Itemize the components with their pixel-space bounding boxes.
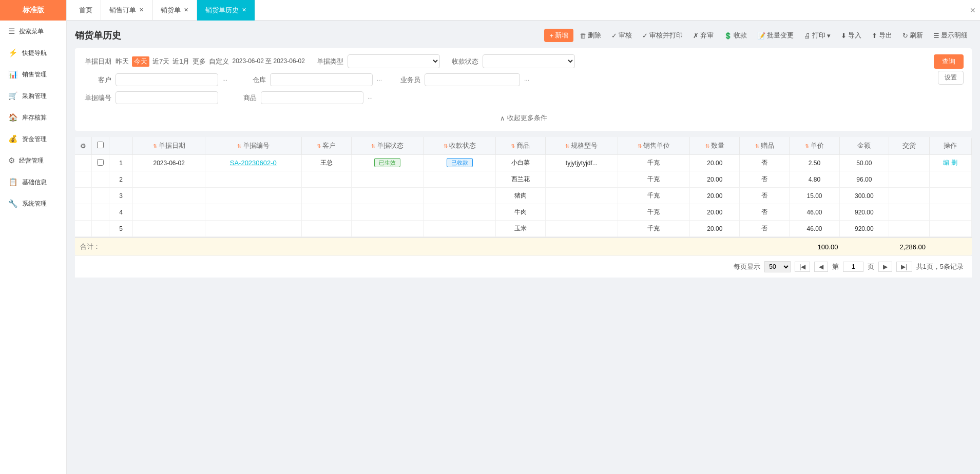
date-1month[interactable]: 近1月 — [172, 57, 189, 66]
sort-doc-no-icon[interactable]: ⇅ — [237, 143, 241, 149]
cell-row-num: 5 — [109, 221, 133, 237]
sort-doc-date-icon[interactable]: ⇅ — [153, 143, 157, 149]
cell-spec — [546, 188, 618, 204]
page-input[interactable] — [843, 262, 863, 272]
status-badge-active: 已生效 — [374, 158, 400, 167]
row-checkbox[interactable] — [97, 159, 104, 166]
table-body: 1 2023-06-02 SA-20230602-0 王总 已生效 已收款 小白… — [75, 155, 972, 237]
print-button[interactable]: 🖨 打印 ▾ — [800, 29, 835, 42]
sort-doc-status-icon[interactable]: ⇅ — [371, 143, 375, 149]
per-page-select[interactable]: 50 100 — [764, 261, 791, 272]
doc-no-link[interactable]: SA-20230602-0 — [230, 159, 277, 167]
sort-unit-icon[interactable]: ⇅ — [638, 143, 642, 149]
table-row: 2 西兰花 千克 20.00 否 4.80 96.00 — [75, 171, 972, 188]
sort-price-icon[interactable]: ⇅ — [805, 143, 809, 149]
export-button[interactable]: ⬆ 导出 — [868, 29, 896, 42]
tab-home[interactable]: 首页 — [71, 0, 101, 21]
audit-print-button[interactable]: ✓ 审核并打印 — [638, 29, 687, 42]
cell-checkbox — [92, 155, 109, 171]
cell-unit-price: 46.00 — [790, 221, 839, 237]
collapse-row: ∧ 收起更多条件 — [83, 111, 964, 125]
page-prev-btn[interactable]: ◀ — [814, 262, 828, 272]
query-button[interactable]: 查询 — [934, 54, 964, 69]
date-yesterday[interactable]: 昨天 — [116, 57, 129, 66]
tab-sales-order-close[interactable]: ✕ — [139, 7, 144, 13]
product-dots-icon[interactable]: ··· — [368, 94, 373, 102]
customer-dots-icon[interactable]: ··· — [222, 76, 227, 84]
toolbar: + 新增 🗑 删除 ✓ 审核 ✓ 审核并打印 ✗ 弃审 — [544, 29, 972, 42]
select-all-checkbox[interactable] — [97, 142, 104, 148]
date-7days[interactable]: 近7天 — [152, 57, 169, 66]
refresh-button[interactable]: ↻ 刷新 — [898, 29, 927, 42]
batch-change-button[interactable]: 📝 批量变更 — [753, 29, 798, 42]
tab-sales-history[interactable]: 销货单历史 ✕ — [197, 0, 255, 21]
filter-customer-input[interactable] — [116, 73, 218, 86]
filter-doc-no-input[interactable] — [116, 91, 218, 104]
audit-button[interactable]: ✓ 审核 — [607, 29, 636, 42]
th-gift: ⇅赠品 — [740, 137, 790, 155]
tab-sales-history-close[interactable]: ✕ — [242, 7, 246, 13]
sidebar-item-purchase-mgmt[interactable]: 🛒 采购管理 — [0, 85, 66, 107]
sidebar-item-search-menu[interactable]: ☰ 搜索菜单 — [0, 21, 66, 42]
date-range-value: 2023-06-02 至 2023-06-02 — [232, 57, 304, 66]
tab-sales-delivery-close[interactable]: ✕ — [184, 7, 188, 13]
sidebar-item-inventory[interactable]: 🏠 库存核算 — [0, 107, 66, 128]
page-next-btn[interactable]: ▶ — [878, 262, 892, 272]
cell-spec: tyjytjytyjdf... — [546, 155, 618, 171]
cell-checkbox — [92, 188, 109, 204]
cell-doc-no — [205, 188, 301, 204]
cell-unit-price: 4.80 — [790, 171, 839, 188]
filter-staff-input[interactable] — [425, 73, 520, 86]
sort-customer-icon[interactable]: ⇅ — [317, 143, 321, 149]
sidebar-item-quick-nav[interactable]: ⚡ 快捷导航 — [0, 42, 66, 64]
cell-amount: 50.00 — [839, 155, 889, 171]
table-footer: 合计： 100.00 2,286.00 — [75, 237, 972, 255]
sidebar-item-finance-mgmt[interactable]: 💰 资金管理 — [0, 128, 66, 150]
filter-payment-select[interactable] — [483, 54, 575, 68]
collect-button[interactable]: 💲 收款 — [720, 29, 751, 42]
filter-doc-type-select[interactable] — [348, 54, 440, 68]
table-row: 1 2023-06-02 SA-20230602-0 王总 已生效 已收款 小白… — [75, 155, 972, 171]
import-button[interactable]: ⬇ 导入 — [837, 29, 866, 42]
sidebar-item-sales-mgmt[interactable]: 📊 销售管理 — [0, 64, 66, 85]
sidebar-item-sys-mgmt[interactable]: 🔧 系统管理 — [0, 193, 66, 214]
footer-amount: 2,286.00 — [899, 243, 926, 251]
th-payment-status: ⇅收款状态 — [424, 137, 496, 155]
sort-qty-icon[interactable]: ⇅ — [705, 143, 709, 149]
table-header-row: ⚙ ⇅单据日期 ⇅单据编号 ⇅客户 ⇅单据状态 ⇅收款状态 ⇅商品 ⇅规格型号 … — [75, 137, 972, 155]
page-last-btn[interactable]: ▶| — [896, 262, 912, 272]
add-button[interactable]: + 新增 — [544, 29, 573, 42]
tab-sales-delivery[interactable]: 销货单 ✕ — [152, 0, 197, 21]
total-info: 共1页，5条记录 — [916, 262, 964, 271]
warehouse-dots-icon[interactable]: ··· — [377, 76, 382, 84]
delete-action-btn[interactable]: 删 — [951, 159, 957, 166]
sort-spec-icon[interactable]: ⇅ — [565, 143, 569, 149]
sort-payment-status-icon[interactable]: ⇅ — [444, 143, 448, 149]
date-custom[interactable]: 自定义 — [209, 57, 229, 66]
delete-button[interactable]: 🗑 删除 — [575, 29, 605, 42]
tab-sales-order[interactable]: 销售订单 ✕ — [101, 0, 152, 21]
th-spec: ⇅规格型号 — [546, 137, 618, 155]
cell-spec — [546, 221, 618, 237]
window-close-icon[interactable]: ✕ — [970, 6, 976, 14]
settings-button[interactable]: 设置 — [938, 71, 964, 85]
sidebar-item-ops-mgmt[interactable]: ⚙ 经营管理 — [0, 150, 66, 171]
date-today[interactable]: 今天 — [132, 56, 149, 67]
show-detail-button[interactable]: ☰ 显示明细 — [929, 29, 972, 42]
date-more[interactable]: 更多 — [193, 57, 206, 66]
cell-gift: 否 — [740, 171, 790, 188]
filter-product-input[interactable] — [261, 91, 363, 104]
sidebar-item-basic-info[interactable]: 📋 基础信息 — [0, 171, 66, 193]
filter-warehouse-input[interactable] — [270, 73, 373, 86]
gear-icon[interactable]: ⚙ — [80, 142, 86, 150]
cell-qty: 20.00 — [690, 188, 740, 204]
page-suffix: 页 — [868, 262, 874, 271]
page-first-btn[interactable]: |◀ — [795, 262, 810, 272]
sort-product-icon[interactable]: ⇅ — [511, 143, 515, 149]
collapse-button[interactable]: ∧ 收起更多条件 — [500, 113, 547, 123]
edit-action-btn[interactable]: 编 — [943, 159, 949, 166]
staff-dots-icon[interactable]: ··· — [524, 76, 529, 84]
abandon-button[interactable]: ✗ 弃审 — [689, 29, 718, 42]
delete-label: 删除 — [588, 31, 601, 40]
sort-gift-icon[interactable]: ⇅ — [755, 143, 759, 149]
